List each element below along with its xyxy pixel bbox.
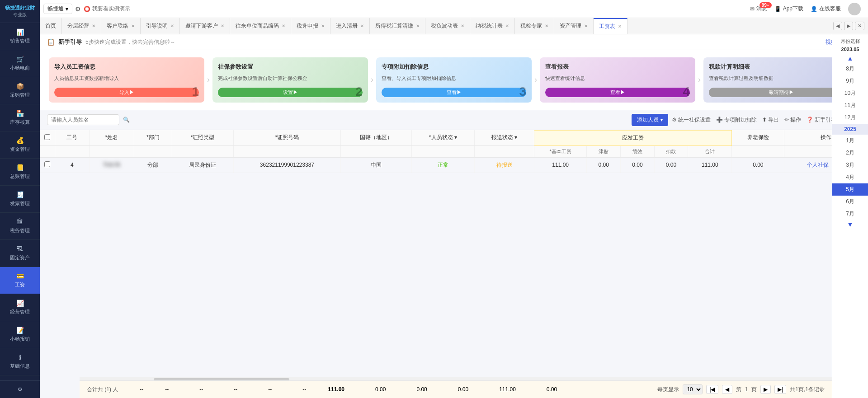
- sidebar-item-ledger[interactable]: 📒总账管理: [0, 159, 40, 186]
- step-3-num: 3: [519, 84, 526, 99]
- sidebar-item-invoice[interactable]: 🧾发票管理: [0, 186, 40, 213]
- sidebar-item-basic-info[interactable]: ℹ基础信息: [0, 348, 40, 375]
- sidebar-item-payroll[interactable]: 💳工资: [0, 267, 40, 294]
- tab-tax-calc[interactable]: 所得税汇算清缴✕: [370, 18, 425, 34]
- month-12[interactable]: 12月: [832, 112, 868, 124]
- tab-partition-close[interactable]: ✕: [92, 23, 95, 28]
- guide-subtitle: 5步快速完成设置，快去完善信息啦～: [85, 38, 175, 46]
- tab-clear[interactable]: 进入清册✕: [330, 18, 370, 34]
- step-2-button[interactable]: 设置▶: [218, 88, 363, 97]
- month-10[interactable]: 10月: [832, 87, 868, 99]
- operation-action[interactable]: ✏ 操作: [784, 116, 801, 124]
- tab-tax-relief[interactable]: 税负波动表✕: [425, 18, 470, 34]
- unified-setting-action[interactable]: ⚙ 统一社保设置: [672, 116, 711, 124]
- sidebar-item-finance[interactable]: 💰资金管理: [0, 131, 40, 159]
- tab-invite-close[interactable]: ✕: [221, 23, 224, 28]
- tab-tax-expert[interactable]: 税检专家✕: [515, 18, 554, 34]
- main-content: 📋 新手引导 5步快速完成设置，快去完善信息啦～ 视频 帮助 ✕ 导入员工资信息…: [40, 34, 868, 398]
- month-8[interactable]: 8月: [832, 63, 868, 75]
- tab-next-button[interactable]: ▶: [844, 22, 853, 30]
- search-input[interactable]: [47, 114, 119, 125]
- step-2: 社保参数设置 完成社保参数设置后自动计算社保公积金 设置▶ 2: [212, 57, 368, 103]
- tab-asset-close[interactable]: ✕: [584, 23, 588, 28]
- sidebar-item-ecommerce[interactable]: 🛒小畅电商: [0, 50, 40, 77]
- search-icon[interactable]: 🔍: [123, 117, 130, 123]
- demo-link[interactable]: ⭕ 我要看实例演示: [84, 5, 130, 13]
- special-deduct-action[interactable]: ➕ 专项附加扣除: [716, 116, 757, 124]
- tab-asset[interactable]: 资产管理✕: [554, 18, 594, 34]
- last-page-button[interactable]: ▶|: [774, 385, 786, 394]
- sidebar-item-fixed-assets[interactable]: 🏗固定资产: [0, 240, 40, 267]
- tab-goods-code-close[interactable]: ✕: [282, 23, 285, 28]
- settings-icon[interactable]: ⚙: [75, 5, 81, 13]
- tab-tax-stats[interactable]: 纳税统计表✕: [470, 18, 515, 34]
- footer-dash-4: --: [234, 386, 237, 393]
- sidebar-item-inventory[interactable]: 🏪库存核算: [0, 104, 40, 131]
- tab-tax-calc-close[interactable]: ✕: [416, 23, 420, 28]
- tab-customer-close[interactable]: ✕: [131, 23, 135, 28]
- company-selector[interactable]: 畅捷通 ▾: [43, 4, 72, 14]
- month-5[interactable]: 5月: [832, 183, 868, 196]
- tab-goods-code[interactable]: 往来单位商品编码✕: [230, 18, 291, 34]
- sidebar-item-report[interactable]: 📝小畅报销: [0, 321, 40, 348]
- tab-invite[interactable]: 邀请下游客户✕: [180, 18, 230, 34]
- th-nationality: 国籍（地区）: [341, 130, 411, 145]
- export-icon: ⬆: [762, 117, 767, 123]
- month-prev-button[interactable]: ▲: [832, 54, 868, 63]
- month-9[interactable]: 9月: [832, 75, 868, 87]
- sub-th-status: [411, 145, 475, 157]
- tab-payroll-close[interactable]: ✕: [618, 24, 622, 29]
- prev-page-button[interactable]: ◀: [722, 385, 732, 394]
- tab-tax-stats-close[interactable]: ✕: [505, 23, 509, 28]
- step-1-button[interactable]: 导入▶: [54, 88, 199, 97]
- tab-partition[interactable]: 分层经营✕: [62, 18, 101, 34]
- sidebar-item-system[interactable]: ⚙系统管理: [0, 375, 40, 380]
- tab-clear-close[interactable]: ✕: [360, 23, 364, 28]
- month-4[interactable]: 4月: [832, 171, 868, 183]
- tab-tax-report[interactable]: 税务申报✕: [291, 18, 330, 34]
- tab-guide-close[interactable]: ✕: [170, 23, 174, 28]
- message-button[interactable]: ✉ 消息 99+: [750, 5, 767, 13]
- footer-bonus-total: 0.00: [375, 386, 386, 393]
- tab-close-all-button[interactable]: ✕: [855, 22, 864, 30]
- tab-tax-relief-close[interactable]: ✕: [461, 23, 464, 28]
- tab-home[interactable]: 首页: [40, 18, 62, 34]
- month-6[interactable]: 6月: [832, 196, 868, 208]
- tab-tax-expert-close[interactable]: ✕: [545, 23, 548, 28]
- send-status-filter-icon[interactable]: ▾: [514, 134, 517, 140]
- step-3-button[interactable]: 查看▶: [382, 88, 526, 97]
- sidebar-item-tax[interactable]: 🏛税务管理: [0, 213, 40, 240]
- online-support-button[interactable]: 👤 在线客服: [811, 5, 841, 13]
- step-4: 查看报表 快速查看统计信息 查看▶ 4: [540, 57, 695, 103]
- sidebar-item-sales[interactable]: 📊销售管理: [0, 23, 40, 50]
- month-next-button[interactable]: ▼: [832, 220, 868, 229]
- tab-prev-button[interactable]: ◀: [833, 22, 842, 30]
- first-page-button[interactable]: |◀: [706, 385, 718, 394]
- month-11[interactable]: 11月: [832, 99, 868, 112]
- tab-tax-report-close[interactable]: ✕: [321, 23, 325, 28]
- month-1[interactable]: 1月: [832, 135, 868, 147]
- tab-guide[interactable]: 引导说明✕: [141, 18, 180, 34]
- select-all-checkbox[interactable]: [44, 134, 50, 140]
- step-4-button[interactable]: 查看▶: [545, 88, 690, 97]
- app-download-button[interactable]: 📱 App下载: [774, 5, 803, 13]
- invoice-icon: 🧾: [16, 191, 24, 198]
- next-page-button[interactable]: ▶: [760, 385, 771, 394]
- sidebar-item-purchase[interactable]: 📦采购管理: [0, 77, 40, 104]
- month-7[interactable]: 7月: [832, 208, 868, 220]
- export-action[interactable]: ⬆ 导出: [762, 116, 779, 124]
- sidebar-item-operations[interactable]: 📈经营管理: [0, 294, 40, 321]
- sub-th-id-type: [172, 145, 233, 157]
- row-status-value: 正常: [438, 162, 448, 168]
- add-employee-button[interactable]: 添加人员 ▾: [632, 114, 668, 126]
- status-filter-icon[interactable]: ▾: [454, 134, 457, 140]
- row-checkbox[interactable]: [44, 161, 50, 167]
- personal-insurance-link[interactable]: 个人社保: [807, 162, 829, 168]
- tab-payroll[interactable]: 工资表✕: [594, 18, 627, 34]
- sidebar-settings[interactable]: ⚙: [0, 380, 40, 398]
- month-2[interactable]: 2月: [832, 147, 868, 159]
- tab-customer[interactable]: 客户联络✕: [101, 18, 141, 34]
- month-3[interactable]: 3月: [832, 159, 868, 171]
- page-size-select[interactable]: 10 20 50: [683, 384, 703, 394]
- user-avatar[interactable]: [848, 3, 861, 15]
